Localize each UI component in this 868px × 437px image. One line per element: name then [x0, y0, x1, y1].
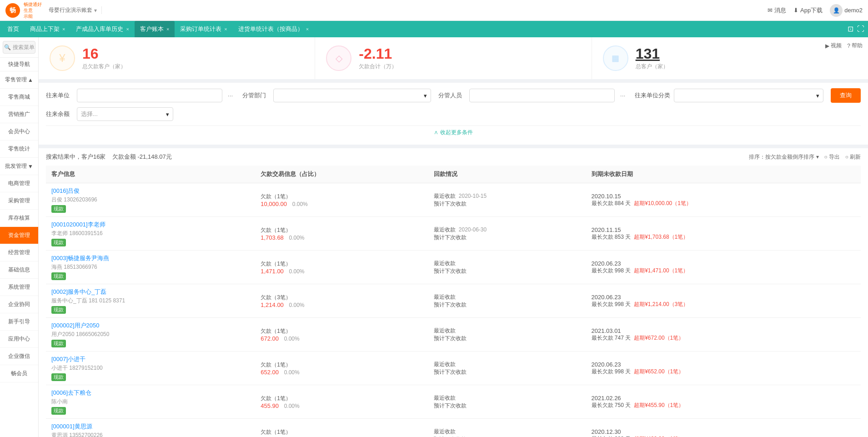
tab-customer-account[interactable]: 客户账本 × — [135, 21, 175, 37]
sidebar-item-app-center[interactable]: 应用中心 — [0, 331, 38, 348]
filter-select-balance[interactable]: 选择... ▾ — [77, 107, 173, 121]
overdue-link-6[interactable]: 超期¥455.90（1笔） — [634, 402, 684, 408]
overdue-link-3[interactable]: 超期¥1,214.00（3笔） — [634, 301, 688, 307]
sidebar-item-wechat[interactable]: 企业微信 — [0, 348, 38, 365]
debt-amount-2[interactable]: 1,471.00 — [261, 268, 284, 275]
debt-amount-4[interactable]: 672.00 — [261, 335, 279, 342]
customer-tag-6: 现款 — [51, 407, 66, 415]
overdue-link-5[interactable]: 超期¥652.00（1笔） — [634, 368, 684, 375]
cell-customer-info-6: [0006]去下粮仓 陈小南 现款 — [46, 385, 255, 419]
sidebar-item-system[interactable]: 系统管理 — [0, 279, 38, 296]
cell-customer-info-0: [0016]吕俊 吕俊 13026203696 现款 — [46, 183, 255, 217]
close-tab-stock[interactable]: × — [306, 26, 309, 32]
user-action[interactable]: 👤 demo2 — [830, 4, 863, 17]
filter-select-category[interactable]: ▾ — [674, 89, 824, 102]
sidebar-item-operations[interactable]: 经营管理 — [0, 244, 38, 261]
sidebar-item-retail-stats[interactable]: 零售统计 — [0, 141, 38, 158]
table-row: [0016]吕俊 吕俊 13026203696 现款 欠款（1笔） 10,000… — [46, 183, 861, 217]
sort-selector[interactable]: 排序：按欠款金额倒序排序 ▾ — [749, 153, 819, 161]
sidebar-item-finance[interactable]: 资金管理 — [0, 227, 38, 244]
close-tab-customer[interactable]: × — [166, 26, 169, 32]
debt-amount-5[interactable]: 652.00 — [261, 369, 279, 376]
close-tab-production[interactable]: × — [126, 26, 129, 32]
sidebar-quick-nav[interactable]: 快捷导航 — [0, 58, 38, 71]
due-date-3: 2020.06.23 — [592, 294, 855, 301]
close-tab-product[interactable]: × — [62, 26, 65, 32]
debt-count-3: 欠款（3笔） — [261, 294, 423, 301]
overdue-days-0: 最长欠款 884 天 — [592, 200, 632, 206]
filter-input-unit[interactable] — [77, 89, 222, 102]
table-row: [000002]用户2050 用户2050 18665062050 现款 欠款（… — [46, 318, 861, 352]
cell-collection-4: 最近收款 预计下次收款 — [428, 318, 586, 352]
cell-due-7: 2020.12.30 最长欠款 808 天 超期¥429.00（1笔） — [586, 419, 861, 437]
due-date-6: 2021.02.26 — [592, 395, 855, 402]
search-menu-button[interactable]: 🔍 搜索菜单 — [3, 41, 35, 54]
search-button[interactable]: 查询 — [831, 88, 861, 103]
customer-name-link-7[interactable]: [000001]黄思源 — [51, 422, 250, 431]
sidebar-item-newbie[interactable]: 新手引导 — [0, 313, 38, 331]
sidebar-item-members[interactable]: 会员中心 — [0, 123, 38, 141]
unit-ellipsis-btn[interactable]: ··· — [226, 92, 235, 99]
sidebar-item-wholesale[interactable]: 批发管理▼ — [0, 158, 38, 175]
overdue-link-2[interactable]: 超期¥1,471.00（1笔） — [634, 267, 688, 274]
customer-name-link-6[interactable]: [0006]去下粮仓 — [51, 389, 250, 397]
overdue-days-1: 最长欠款 853 天 — [592, 234, 632, 240]
tab-production-history[interactable]: 产成品入库单历史 × — [70, 21, 134, 37]
sidebar-item-purchase[interactable]: 采购管理 — [0, 192, 38, 210]
app-download-action[interactable]: ⬇ App下载 — [793, 6, 823, 15]
debt-amount-0[interactable]: 10,000.00 — [261, 201, 287, 207]
sidebar-item-basic-info[interactable]: 基础信息 — [0, 261, 38, 279]
sidebar-item-retail-mall[interactable]: 零售商城 — [0, 89, 38, 106]
sidebar-item-retail-mgmt[interactable]: 零售管理▲ — [0, 71, 38, 89]
tab-purchase-summary[interactable]: 采购订单统计表 × — [175, 21, 232, 37]
debt-amount-3[interactable]: 1,214.00 — [261, 301, 284, 308]
restore-icon[interactable]: ⊡ — [848, 25, 853, 33]
customer-name-link-2[interactable]: [0003]畅捷服务尹海燕 — [51, 254, 250, 262]
fullscreen-icon[interactable]: ⛶ — [857, 25, 864, 33]
overdue-link-7[interactable]: 超期¥429.00（1笔） — [634, 436, 684, 437]
filter-label-dept: 分管部门 — [242, 91, 270, 100]
customer-name-link-4[interactable]: [000002]用户2050 — [51, 321, 250, 330]
filter-item-unit: 往来单位 ··· — [46, 89, 235, 102]
filter-select-dept[interactable]: ▾ — [273, 89, 431, 102]
overdue-link-1[interactable]: 超期¥1,703.68（1笔） — [634, 234, 688, 240]
help-action[interactable]: ? 帮助 — [847, 42, 863, 50]
export-button[interactable]: ○ 导出 — [824, 153, 840, 161]
sidebar-item-marketing[interactable]: 营销推广 — [0, 106, 38, 123]
customer-name-link-1[interactable]: [0001020001]李老师 — [51, 221, 250, 229]
cell-debt-info-5: 欠款（1笔） 652.00 0.00% — [255, 352, 428, 385]
video-action[interactable]: ▶ 视频 — [825, 42, 842, 50]
customer-name-link-3[interactable]: [0002]服务中心_丁磊 — [51, 288, 250, 296]
balance-dropdown-icon: ▾ — [166, 111, 169, 118]
due-date-4: 2021.03.01 — [592, 327, 855, 334]
sidebar-item-inventory[interactable]: 库存核算 — [0, 210, 38, 227]
close-tab-purchase[interactable]: × — [224, 26, 227, 32]
customer-name-link-0[interactable]: [0016]吕俊 — [51, 187, 250, 195]
cell-customer-info-5: [0007]小进干 小进干 18279152100 现款 — [46, 352, 255, 385]
refresh-button[interactable]: ○ 刷新 — [845, 153, 861, 161]
collapse-more-filters[interactable]: ∧ 收起更多条件 — [46, 126, 861, 139]
next-collection-2: 预计下次收款 — [434, 267, 580, 275]
overdue-link-0[interactable]: 超期¥10,000.00（1笔） — [634, 200, 692, 206]
stat-label-debt-customers: 总欠款客户（家） — [82, 63, 126, 70]
person-ellipsis-btn[interactable]: ··· — [618, 92, 627, 99]
debt-amount-6[interactable]: 455.90 — [261, 402, 279, 409]
tab-stock-summary[interactable]: 进货单统计表（按商品） × — [233, 21, 314, 37]
customer-contact-3: 服务中心_丁磊 181 0125 8371 — [51, 297, 250, 305]
sidebar-item-vip[interactable]: 畅会员 — [0, 365, 38, 382]
filter-input-person[interactable] — [469, 89, 615, 102]
collection-date-3 — [457, 294, 458, 300]
table-meta-right: 排序：按欠款金额倒序排序 ▾ ○ 导出 ○ 刷新 — [749, 153, 861, 161]
tab-home[interactable]: 首页 — [2, 21, 25, 37]
sidebar-item-ecommerce[interactable]: 电商管理 — [0, 175, 38, 192]
col-header-debt: 欠款交易信息（占比） — [255, 166, 428, 183]
message-action[interactable]: ✉ 消息 — [768, 6, 786, 15]
customer-name-link-5[interactable]: [0007]小进干 — [51, 355, 250, 363]
store-selector[interactable]: 母婴行业演示账套 ▾ — [44, 6, 102, 14]
debt-percent-5: 0.00% — [284, 369, 300, 376]
logo-line1: 畅捷通好生意 — [24, 1, 44, 13]
overdue-link-4[interactable]: 超期¥672.00（1笔） — [634, 335, 684, 341]
tab-product-onoff[interactable]: 商品上下架 × — [25, 21, 70, 37]
sidebar-item-corp-collab[interactable]: 企业协同 — [0, 296, 38, 313]
debt-amount-1[interactable]: 1,703.68 — [261, 234, 284, 241]
